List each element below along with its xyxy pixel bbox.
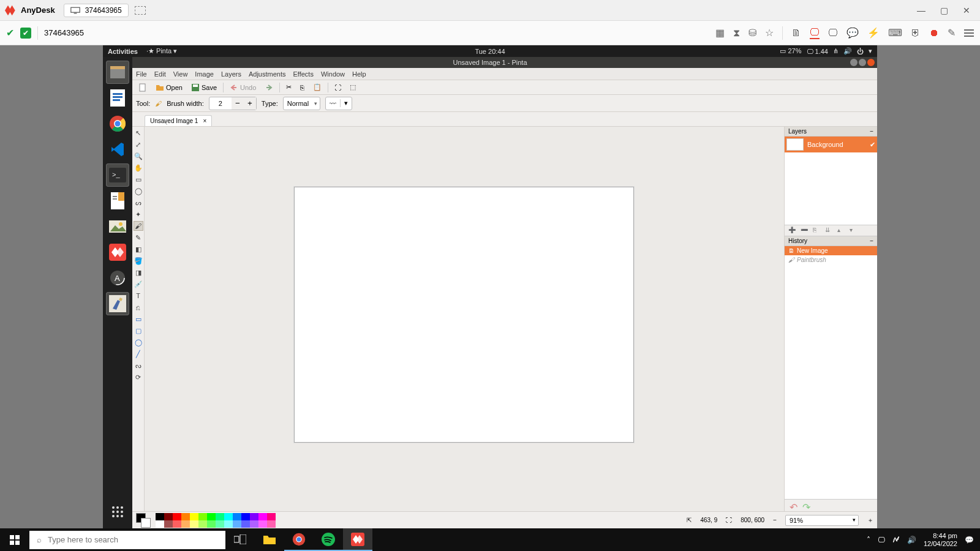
color-swatches[interactable]	[136, 513, 151, 528]
palette-color[interactable]	[207, 513, 216, 520]
palette-color[interactable]	[224, 513, 233, 520]
crop-button[interactable]: ⛶	[332, 83, 344, 92]
dock-libreoffice-writer[interactable]	[106, 86, 129, 110]
background-color[interactable]	[141, 518, 151, 528]
tool-paintbrush[interactable]: 🖌	[134, 221, 143, 231]
net-status[interactable]: 🖵 1.44	[807, 48, 828, 55]
tool-bucket[interactable]: 🪣	[134, 256, 143, 266]
delete-layer-icon[interactable]: ➖	[801, 227, 809, 235]
copy-button[interactable]: ⎘	[298, 83, 307, 92]
tray-notifications-icon[interactable]: 💬	[965, 536, 974, 544]
merge-layer-icon[interactable]: ⇊	[825, 227, 834, 235]
tool-freeform[interactable]: ᔓ	[134, 361, 143, 370]
canvas[interactable]	[294, 187, 634, 443]
collapse-icon[interactable]: −	[870, 128, 873, 135]
history-redo-icon[interactable]: ↷	[802, 501, 810, 509]
tray-battery-icon[interactable]: 🗲	[892, 536, 900, 544]
new-button[interactable]	[136, 82, 149, 93]
connection-secure-icon[interactable]: ✔	[6, 27, 14, 39]
palette-color[interactable]	[267, 513, 276, 520]
document-tab[interactable]: Unsaved Image 1 ×	[145, 115, 212, 126]
pinta-close-icon[interactable]	[867, 59, 875, 66]
ubuntu-clock[interactable]: Tue 20:44	[475, 48, 505, 55]
new-tab-button[interactable]	[135, 6, 146, 15]
tool-rounded-rect[interactable]: ▢	[134, 326, 143, 335]
palette-color[interactable]	[233, 520, 241, 528]
menu-adjustments[interactable]: Adjustments	[249, 70, 286, 78]
tool-gradient[interactable]: ◨	[134, 268, 143, 277]
save-button[interactable]: Save	[189, 82, 219, 93]
redo-button[interactable]	[262, 82, 276, 93]
history-header[interactable]: History−	[785, 236, 877, 246]
palette-color[interactable]	[156, 513, 164, 520]
edit-icon[interactable]: ✎	[948, 27, 956, 39]
brush-width-decrease[interactable]: −	[232, 97, 244, 110]
file-icon[interactable]: 🗎	[791, 28, 801, 39]
dock-vscode[interactable]	[106, 138, 129, 161]
palette-color[interactable]	[207, 520, 216, 528]
zoom-in-icon[interactable]: ＋	[867, 516, 873, 525]
palette-color[interactable]	[216, 520, 224, 528]
screenshot-icon[interactable]: ▦	[715, 27, 725, 39]
menu-view[interactable]: View	[173, 70, 188, 78]
connection-verified-icon[interactable]: ✔	[20, 28, 31, 39]
tool-ellipse-select[interactable]: ◯	[134, 186, 143, 196]
tool-pencil[interactable]: ✎	[134, 233, 143, 242]
monitor-active-icon[interactable]: 🖵	[810, 27, 820, 39]
tool-clone[interactable]: ⎌	[134, 302, 143, 312]
layer-up-icon[interactable]: ▴	[837, 227, 846, 235]
tool-move-sel[interactable]: ⤢	[134, 140, 143, 149]
tool-color-picker[interactable]: 💉	[134, 279, 143, 289]
open-button[interactable]: Open	[153, 82, 185, 93]
app-menu[interactable]: ·★ Pinta ▾	[146, 47, 177, 55]
add-layer-icon[interactable]: ➕	[788, 227, 797, 235]
palette-color[interactable]	[156, 520, 164, 528]
brush-width-stepper[interactable]: − +	[209, 97, 257, 110]
brush-type-select[interactable]: Normal	[283, 97, 320, 110]
tool-magic-wand[interactable]: ✦	[134, 209, 143, 219]
menu-edit[interactable]: Edit	[154, 70, 166, 78]
tool-ellipse[interactable]: ◯	[134, 337, 143, 347]
history-item[interactable]: 🗎New Image	[785, 246, 877, 255]
layer-visible-icon[interactable]: ✔	[870, 141, 875, 149]
minimize-button[interactable]: —	[917, 6, 925, 15]
paste-button[interactable]: 📋	[311, 82, 324, 92]
pinta-window-titlebar[interactable]: Unsaved Image 1 - Pinta	[103, 57, 877, 68]
taskbar-anydesk[interactable]	[343, 528, 372, 551]
tool-recolor[interactable]: ⟳	[134, 372, 143, 382]
dock-show-apps[interactable]	[106, 500, 129, 523]
menu-window[interactable]: Window	[321, 70, 345, 78]
cut-button[interactable]: ✂	[284, 82, 294, 92]
tool-rect-select[interactable]: ▭	[134, 174, 143, 184]
taskbar-spotify[interactable]	[314, 528, 343, 551]
record-icon[interactable]: ⏺	[929, 28, 939, 39]
deselect-button[interactable]: ⬚	[347, 82, 358, 92]
palette-color[interactable]	[173, 513, 181, 520]
palette-color[interactable]	[173, 520, 181, 528]
canvas-area[interactable]	[145, 127, 784, 511]
zoom-out-icon[interactable]: −	[773, 517, 777, 523]
menu-effects[interactable]: Effects	[293, 70, 314, 78]
battery-status[interactable]: ▭ 27%	[780, 47, 801, 55]
duplicate-layer-icon[interactable]: ⎘	[813, 227, 821, 235]
undo-button[interactable]: Undo	[227, 82, 258, 93]
volume-icon[interactable]: 🔊	[843, 47, 852, 55]
history-item[interactable]: 🖌Paintbrush	[785, 255, 877, 264]
search-box[interactable]: ⌕ Type here to search	[29, 531, 225, 549]
palette-color[interactable]	[258, 520, 267, 528]
start-button[interactable]	[0, 535, 29, 545]
dock-anydesk[interactable]	[106, 241, 129, 264]
taskbar-file-explorer[interactable]	[255, 528, 284, 551]
palette-color[interactable]	[241, 513, 250, 520]
dock-pinta[interactable]	[106, 292, 129, 315]
keyboard-icon[interactable]: ⌨	[888, 27, 902, 39]
network-icon[interactable]: ⋔	[833, 47, 839, 55]
tray-volume-icon[interactable]: 🔊	[907, 536, 916, 544]
dock-software-updater[interactable]: A	[106, 266, 129, 290]
tray-chevron-icon[interactable]: ˄	[867, 536, 870, 544]
stroke-style-segment[interactable]: 〰▾	[325, 97, 352, 110]
tool-line[interactable]: ╱	[134, 349, 143, 359]
tool-pan[interactable]: ✋	[134, 163, 143, 173]
task-view-button[interactable]	[225, 528, 255, 551]
menu-file[interactable]: File	[136, 70, 147, 78]
